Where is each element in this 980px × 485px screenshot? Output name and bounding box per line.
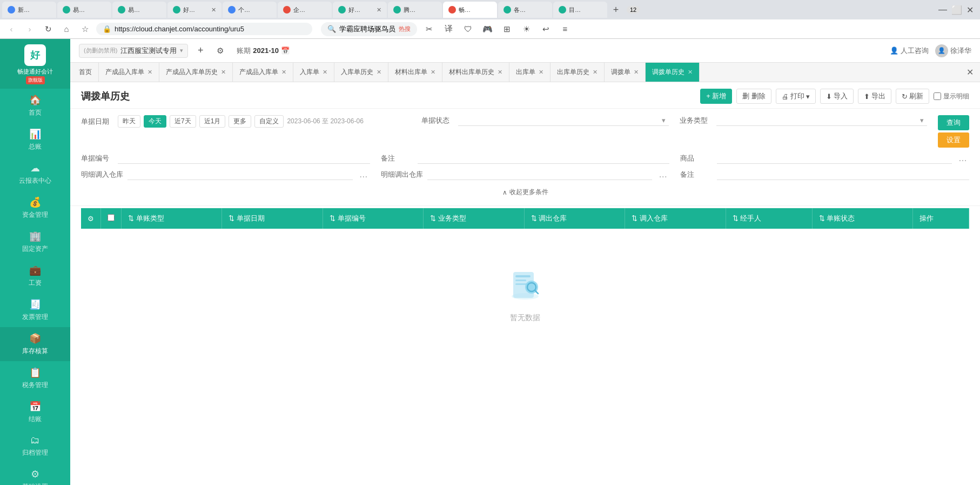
sidebar-item-reports[interactable]: ☁ 云报表中心	[0, 157, 70, 191]
page-tab-clckd[interactable]: 材料出库单 ✕	[388, 63, 442, 82]
print-button[interactable]: 🖨 打印 ▾	[776, 89, 816, 104]
page-tab-rkd-close[interactable]: ✕	[323, 69, 327, 76]
page-tab-clckdls[interactable]: 材料出库单历史 ✕	[442, 63, 509, 82]
import-button[interactable]: ⬇ 导入	[820, 89, 854, 104]
forward-button[interactable]: ›	[23, 22, 37, 36]
close-all-tabs-button[interactable]: ✕	[962, 65, 978, 79]
note-input[interactable]	[418, 153, 670, 164]
page-tab-rkd[interactable]: 入库单 ✕	[293, 63, 334, 82]
browser-tab-2[interactable]: 易…	[57, 2, 111, 18]
back-button[interactable]: ‹	[4, 22, 18, 36]
page-tab-cprkd[interactable]: 产成品入库单 ✕	[99, 63, 159, 82]
user-profile-button[interactable]: 👤 徐泽华	[935, 44, 971, 57]
th-biz-type[interactable]: ⇅ 业务类型	[424, 208, 524, 229]
translate-icon[interactable]: 译	[441, 22, 456, 37]
page-tab-clckdls-close[interactable]: ✕	[498, 69, 502, 76]
display-checkbox[interactable]	[934, 92, 941, 100]
biztype-select[interactable]: ▾	[716, 115, 927, 126]
calendar-icon[interactable]: 📅	[281, 46, 290, 55]
add-company-button[interactable]: +	[193, 44, 207, 58]
select-all-checkbox[interactable]	[108, 214, 115, 221]
refresh-button[interactable]: ↻ 刷新	[896, 89, 929, 104]
add-button[interactable]: + 新增	[700, 89, 732, 104]
browser-tab-9[interactable]: 畅…	[443, 2, 497, 18]
games-icon[interactable]: 🎮	[480, 22, 495, 37]
date-today-btn[interactable]: 今天	[144, 115, 166, 128]
browser-tab-3[interactable]: 易…	[112, 2, 166, 18]
settings-button[interactable]: 设置	[938, 132, 969, 148]
page-tab-ckdls-close[interactable]: ✕	[593, 69, 598, 76]
browser-search-bar[interactable]: 🔍 学霸应聘场驱鸟员 热搜	[321, 22, 417, 36]
tab-close-4[interactable]: ✕	[211, 6, 216, 14]
browser-tab-4[interactable]: 好… ✕	[167, 2, 221, 18]
sidebar-item-wages[interactable]: 💼 工资	[0, 259, 70, 293]
date-more-btn[interactable]: 更多	[229, 115, 251, 128]
th-gear[interactable]: ⚙	[81, 208, 101, 229]
page-tab-ckd-close[interactable]: ✕	[539, 69, 543, 76]
page-tab-cprkd2[interactable]: 产成品入库单 ✕	[233, 63, 293, 82]
th-doc-type[interactable]: ⇅ 单账类型	[122, 208, 222, 229]
page-tab-rkdls[interactable]: 入库单历史 ✕	[334, 63, 388, 82]
menu-icon[interactable]: ≡	[558, 22, 573, 37]
out-warehouse-input[interactable]	[427, 169, 653, 180]
th-in-warehouse[interactable]: ⇅ 调入仓库	[625, 208, 726, 229]
status-select[interactable]: ▾	[458, 115, 669, 126]
th-handler[interactable]: ⇅ 经手人	[726, 208, 812, 229]
sidebar-item-assets[interactable]: 🏢 固定资产	[0, 225, 70, 259]
page-tab-home[interactable]: 首页	[72, 63, 99, 82]
browser-tab-10[interactable]: 各…	[498, 2, 552, 18]
undo-icon[interactable]: ↩	[538, 22, 553, 37]
page-tab-ckd[interactable]: 出库单 ✕	[509, 63, 551, 82]
date-yesterday-btn[interactable]: 昨天	[118, 115, 140, 128]
minimize-icon[interactable]: —	[938, 5, 947, 15]
shield-icon[interactable]: 🛡	[460, 22, 475, 37]
page-tab-cprkdls-close[interactable]: ✕	[221, 69, 226, 76]
number-input[interactable]	[118, 153, 370, 164]
date-1month-btn[interactable]: 近1月	[199, 115, 226, 128]
sidebar-item-tax[interactable]: 📋 税务管理	[0, 361, 70, 395]
browser-tab-7[interactable]: 好… ✕	[333, 2, 387, 18]
in-warehouse-picker-icon[interactable]: …	[357, 170, 370, 180]
page-tab-clckd-close[interactable]: ✕	[431, 69, 435, 76]
grid-icon[interactable]: ⊞	[499, 22, 514, 37]
bookmark-button[interactable]: ☆	[78, 22, 92, 36]
date-custom-btn[interactable]: 自定义	[254, 115, 284, 128]
sidebar-item-ledger[interactable]: 📊 总账	[0, 123, 70, 157]
page-tab-dbdls-close[interactable]: ✕	[688, 69, 693, 76]
url-bar[interactable]: 🔒 https://cloud.chanjet.com/accounting/u…	[96, 23, 312, 35]
customer-service-button[interactable]: 👤 人工咨询	[890, 46, 929, 56]
th-doc-number[interactable]: ⇅ 单据编号	[323, 208, 423, 229]
sidebar-item-closing[interactable]: 📅 结账	[0, 395, 70, 429]
th-out-warehouse[interactable]: ⇅ 调出仓库	[524, 208, 625, 229]
th-doc-status[interactable]: ⇅ 单账状态	[812, 208, 912, 229]
page-tab-cprkdls[interactable]: 产成品入库单历史 ✕	[159, 63, 233, 82]
query-button[interactable]: 查询	[938, 115, 969, 130]
sidebar-item-settings[interactable]: ⚙ 基础设置	[0, 463, 70, 485]
goods-picker-icon[interactable]: …	[956, 154, 969, 163]
extensions-icon[interactable]: ✂	[421, 22, 437, 37]
sidebar-item-inventory[interactable]: 📦 库存核算	[0, 327, 70, 361]
company-settings-icon[interactable]: ⚙	[213, 44, 227, 58]
home-button[interactable]: ⌂	[59, 22, 73, 36]
goods-input[interactable]	[717, 153, 952, 164]
close-window-icon[interactable]: ✕	[966, 5, 974, 15]
th-checkbox[interactable]	[101, 208, 122, 229]
company-selector[interactable]: (勿删勿禁用) 江西服宝测试专用 ▾	[79, 44, 188, 58]
sidebar-item-invoices[interactable]: 🧾 发票管理	[0, 293, 70, 327]
sidebar-item-home[interactable]: 🏠 首页	[0, 89, 70, 123]
export-button[interactable]: ⬆ 导出	[858, 89, 891, 104]
browser-tab-5[interactable]: 个…	[223, 2, 277, 18]
page-tab-dbd-close[interactable]: ✕	[634, 69, 639, 76]
browser-tab-6[interactable]: 企…	[278, 2, 332, 18]
brightness-icon[interactable]: ☀	[519, 22, 534, 37]
sidebar-item-funds[interactable]: 💰 资金管理	[0, 191, 70, 225]
sidebar-item-archives[interactable]: 🗂 归档管理	[0, 429, 70, 463]
browser-tab-1[interactable]: 新…	[2, 2, 56, 18]
collapse-button[interactable]: ∧ 收起更多条件	[81, 185, 969, 199]
page-tab-dbdls[interactable]: 调拨单历史 ✕	[646, 63, 700, 82]
note2-input[interactable]	[717, 169, 969, 180]
browser-tab-11[interactable]: 目…	[553, 2, 607, 18]
in-warehouse-input[interactable]	[127, 169, 353, 180]
page-tab-rkdls-close[interactable]: ✕	[377, 69, 381, 76]
new-tab-button[interactable]: +	[608, 2, 623, 17]
